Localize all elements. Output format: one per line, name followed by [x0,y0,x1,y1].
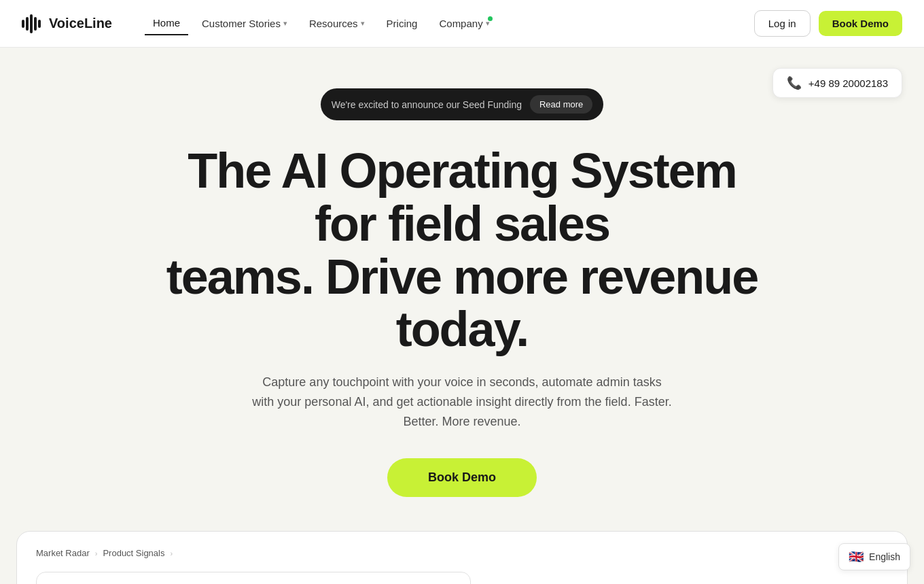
book-demo-button-nav[interactable]: Book Demo [819,11,902,36]
chevron-down-icon: ▾ [283,19,287,28]
product-area: Market Radar › Product Signals › Positiv… [0,531,924,584]
breadcrumb-item-product-signals: Product Signals [103,548,164,558]
svg-rect-4 [38,20,41,28]
language-selector[interactable]: 🇬🇧 English [838,543,910,570]
chevron-down-icon: ▾ [361,19,365,28]
nav-right: Log in Book Demo [754,10,902,37]
read-more-button[interactable]: Read more [530,95,592,114]
nav-left: VoiceLine Home Customer Stories ▾ Resour… [22,12,498,35]
svg-rect-2 [30,14,33,33]
flag-icon: 🇬🇧 [849,549,864,564]
hero-title: The AI Operating System for field sales … [156,145,768,356]
nav-item-resources[interactable]: Resources ▾ [301,12,373,35]
product-card: Market Radar › Product Signals › Positiv… [16,531,908,584]
breadcrumb-item-market-radar: Market Radar [36,548,90,558]
nav-item-company[interactable]: Company ▾ [431,12,497,35]
svg-rect-1 [26,17,29,31]
svg-rect-0 [22,20,24,28]
logo[interactable]: VoiceLine [22,14,112,33]
nav-item-home[interactable]: Home [145,12,188,35]
login-button[interactable]: Log in [754,10,811,37]
book-demo-button-hero[interactable]: Book Demo [387,458,537,497]
announcement-pill: We're excited to announce our Seed Fundi… [321,88,604,120]
svg-rect-3 [34,17,37,31]
announcement-text: We're excited to announce our Seed Fundi… [332,99,522,110]
hero-subtitle: Capture any touchpoint with your voice i… [251,373,673,431]
language-label: English [869,551,900,562]
logo-text: VoiceLine [49,16,112,31]
navbar: VoiceLine Home Customer Stories ▾ Resour… [0,0,924,48]
logo-icon [22,14,43,33]
signal-card: Positive Development of eco-friendly mat… [36,572,471,584]
breadcrumb: Market Radar › Product Signals › [36,548,888,558]
nav-links: Home Customer Stories ▾ Resources ▾ Pric… [145,12,498,35]
breadcrumb-separator: › [95,549,98,557]
nav-item-pricing[interactable]: Pricing [378,12,426,35]
hero-section: We're excited to announce our Seed Fundi… [0,48,924,531]
nav-item-customer-stories[interactable]: Customer Stories ▾ [194,12,296,35]
breadcrumb-separator-2: › [170,549,173,557]
notification-dot [488,16,493,21]
